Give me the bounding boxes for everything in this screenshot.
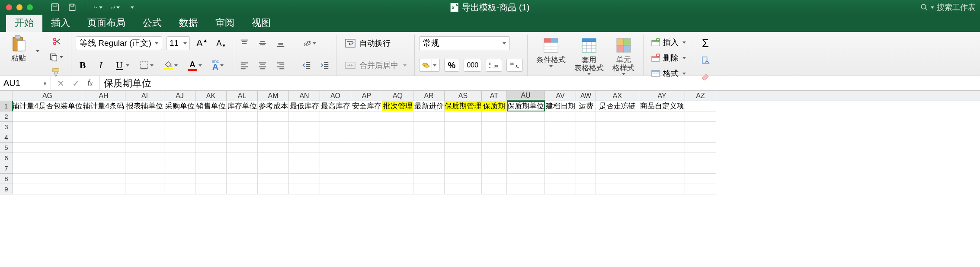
cell-AO3[interactable] bbox=[320, 122, 351, 132]
cell-AQ9[interactable] bbox=[382, 184, 413, 194]
cell-AR4[interactable] bbox=[413, 132, 445, 143]
cell-styles-button[interactable]: 单元 格样式 bbox=[608, 36, 639, 75]
paste-dropdown[interactable] bbox=[35, 48, 41, 54]
cell-AT1[interactable]: 保质期 bbox=[482, 101, 507, 111]
cell-AU4[interactable] bbox=[507, 132, 545, 143]
cell-AL6[interactable] bbox=[227, 153, 258, 163]
font-name-selector[interactable]: 等线 Regular (正文) bbox=[76, 36, 162, 50]
cancel-formula-button[interactable]: ✕ bbox=[57, 78, 64, 89]
cell-AZ3[interactable] bbox=[685, 122, 716, 132]
cell-AN7[interactable] bbox=[289, 163, 320, 174]
undo-button[interactable] bbox=[93, 3, 102, 12]
cell-AX5[interactable] bbox=[596, 143, 639, 153]
cell-AP9[interactable] bbox=[351, 184, 382, 194]
cell-AS7[interactable] bbox=[445, 163, 482, 174]
cell-AI7[interactable] bbox=[125, 163, 164, 174]
cell-AT3[interactable] bbox=[482, 122, 507, 132]
cell-AV5[interactable] bbox=[545, 143, 576, 153]
conditional-formatting-button[interactable]: 条件格式 bbox=[532, 36, 570, 67]
cell-AG1[interactable]: 辅计量4是否包装单位 bbox=[13, 101, 82, 111]
col-header-AU[interactable]: AU bbox=[507, 91, 545, 101]
cell-AN1[interactable]: 最低库存 bbox=[289, 101, 320, 111]
col-header-AP[interactable]: AP bbox=[351, 91, 382, 101]
increase-indent-button[interactable] bbox=[318, 58, 332, 72]
cell-AT4[interactable] bbox=[482, 132, 507, 143]
cell-AI4[interactable] bbox=[125, 132, 164, 143]
cell-AI5[interactable] bbox=[125, 143, 164, 153]
cell-AZ6[interactable] bbox=[685, 153, 716, 163]
cell-AY1[interactable]: 商品自定义项 bbox=[639, 101, 685, 111]
fill-color-button[interactable] bbox=[161, 58, 181, 72]
cell-AR1[interactable]: 最新进价 bbox=[413, 101, 445, 111]
cell-AV8[interactable] bbox=[545, 174, 576, 184]
cell-AX7[interactable] bbox=[596, 163, 639, 174]
cell-AG2[interactable] bbox=[13, 111, 82, 122]
comma-style-button[interactable]: 000 bbox=[464, 59, 481, 72]
cell-AY8[interactable] bbox=[639, 174, 685, 184]
percent-button[interactable]: % bbox=[444, 59, 460, 72]
cell-AP1[interactable]: 安全库存 bbox=[351, 101, 382, 111]
cell-AR5[interactable] bbox=[413, 143, 445, 153]
increase-font-button[interactable]: A▲ bbox=[194, 36, 210, 50]
col-header-AH[interactable]: AH bbox=[82, 91, 125, 101]
cell-AM9[interactable] bbox=[258, 184, 289, 194]
cell-AZ8[interactable] bbox=[685, 174, 716, 184]
row-header-3[interactable]: 3 bbox=[0, 122, 13, 132]
cell-AQ4[interactable] bbox=[382, 132, 413, 143]
tab-4[interactable]: 数据 bbox=[170, 13, 207, 32]
cell-AW1[interactable]: 运费 bbox=[576, 101, 596, 111]
cell-AH9[interactable] bbox=[82, 184, 125, 194]
cell-AV4[interactable] bbox=[545, 132, 576, 143]
cell-AZ4[interactable] bbox=[685, 132, 716, 143]
col-header-AO[interactable]: AO bbox=[320, 91, 351, 101]
cell-AM2[interactable] bbox=[258, 111, 289, 122]
tab-5[interactable]: 审阅 bbox=[207, 13, 243, 32]
cell-AR2[interactable] bbox=[413, 111, 445, 122]
align-right-button[interactable] bbox=[274, 58, 288, 72]
increase-decimal-button[interactable]: .0.00 bbox=[486, 59, 502, 72]
cell-AM7[interactable] bbox=[258, 163, 289, 174]
cell-AN9[interactable] bbox=[289, 184, 320, 194]
cell-AJ1[interactable]: 采购单位 bbox=[164, 101, 195, 111]
cell-AM3[interactable] bbox=[258, 122, 289, 132]
enter-formula-button[interactable]: ✓ bbox=[72, 78, 80, 89]
cell-AV9[interactable] bbox=[545, 184, 576, 194]
cell-AH3[interactable] bbox=[82, 122, 125, 132]
cell-AG5[interactable] bbox=[13, 143, 82, 153]
cell-AM8[interactable] bbox=[258, 174, 289, 184]
cell-AP7[interactable] bbox=[351, 163, 382, 174]
decrease-decimal-button[interactable]: .00.0 bbox=[506, 59, 523, 72]
cell-AK9[interactable] bbox=[195, 184, 227, 194]
cell-AR6[interactable] bbox=[413, 153, 445, 163]
cell-AY7[interactable] bbox=[639, 163, 685, 174]
cell-AT6[interactable] bbox=[482, 153, 507, 163]
col-header-AY[interactable]: AY bbox=[639, 91, 685, 101]
insert-cells-button[interactable]: 插入 bbox=[648, 35, 689, 49]
cell-AW8[interactable] bbox=[576, 174, 596, 184]
cell-AY3[interactable] bbox=[639, 122, 685, 132]
cell-AX6[interactable] bbox=[596, 153, 639, 163]
cell-AJ2[interactable] bbox=[164, 111, 195, 122]
cell-AW9[interactable] bbox=[576, 184, 596, 194]
cell-AN2[interactable] bbox=[289, 111, 320, 122]
cell-AR8[interactable] bbox=[413, 174, 445, 184]
col-header-AZ[interactable]: AZ bbox=[685, 91, 716, 101]
cell-AP5[interactable] bbox=[351, 143, 382, 153]
cell-AN6[interactable] bbox=[289, 153, 320, 163]
cell-AY5[interactable] bbox=[639, 143, 685, 153]
col-header-AN[interactable]: AN bbox=[289, 91, 320, 101]
cell-AX1[interactable]: 是否走冻链 bbox=[596, 101, 639, 111]
cell-AT8[interactable] bbox=[482, 174, 507, 184]
cell-AS1[interactable]: 保质期管理 bbox=[445, 101, 482, 111]
cell-AQ2[interactable] bbox=[382, 111, 413, 122]
cell-AZ7[interactable] bbox=[685, 163, 716, 174]
cell-AX2[interactable] bbox=[596, 111, 639, 122]
cell-AX4[interactable] bbox=[596, 132, 639, 143]
cell-AV3[interactable] bbox=[545, 122, 576, 132]
cell-AZ9[interactable] bbox=[685, 184, 716, 194]
col-header-AI[interactable]: AI bbox=[125, 91, 164, 101]
accounting-format-button[interactable] bbox=[419, 59, 440, 72]
cell-AJ8[interactable] bbox=[164, 174, 195, 184]
cell-AL5[interactable] bbox=[227, 143, 258, 153]
cell-AL9[interactable] bbox=[227, 184, 258, 194]
